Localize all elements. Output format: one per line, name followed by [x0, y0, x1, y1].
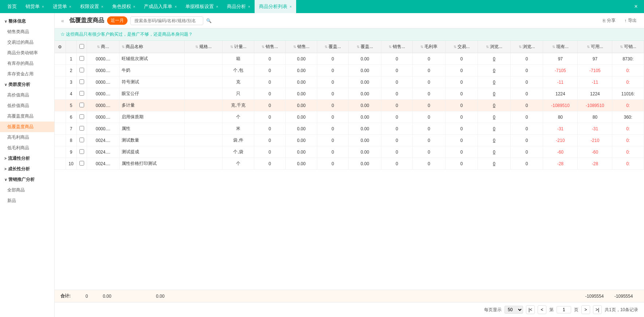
per-page-select[interactable]: 50 100 200: [504, 306, 523, 314]
row-browse1-5[interactable]: 0: [478, 111, 510, 123]
col-stock1-header[interactable]: 现有...: [543, 41, 578, 53]
col-cov-cust-header[interactable]: 覆盖...: [317, 41, 349, 53]
row-check-3[interactable]: [76, 88, 87, 100]
row-browse1-2[interactable]: 0: [478, 76, 510, 88]
row-browse1-3[interactable]: 0: [478, 88, 510, 100]
sidebar-item-high-coverage[interactable]: 高覆盖度商品: [0, 111, 54, 122]
row-name-1: 牛奶: [119, 65, 184, 76]
totals-sales-qty: 0: [76, 294, 97, 299]
share-button[interactable]: ⎘ 分享: [600, 16, 619, 25]
row-check-7[interactable]: [76, 135, 87, 146]
row-sales-amt-9: 0.00: [286, 158, 317, 170]
sidebar-item-sales-goods[interactable]: 销售类商品: [0, 27, 54, 37]
search-icon[interactable]: 🔍: [206, 18, 212, 23]
col-sales-x-header[interactable]: 销售...: [381, 41, 413, 53]
row-browse1-1[interactable]: 0: [478, 65, 510, 76]
nav-roles[interactable]: 角色授权 ×: [108, 0, 140, 13]
col-sku-header[interactable]: 商...: [87, 41, 119, 53]
sidebar-section-overall[interactable]: ∨ 整体信息: [0, 16, 54, 27]
table-row: 6 0000.... 启用保质期 个 0 0.00 0 0.00 0 0 0 0…: [55, 111, 644, 123]
sidebar-section-marketing[interactable]: ∨ 营销推广分析: [0, 174, 54, 185]
row-check-8[interactable]: [76, 146, 87, 158]
sidebar-section-growth[interactable]: > 成长性分析: [0, 164, 54, 174]
col-sales-qty-header[interactable]: 销售...: [254, 41, 286, 53]
sidebar-item-low-value[interactable]: 低价值商品: [0, 100, 54, 111]
row-check-0[interactable]: [76, 53, 87, 65]
col-unit-header[interactable]: 计量...: [223, 41, 254, 53]
row-check-5[interactable]: [76, 111, 87, 123]
sidebar-item-low-profit[interactable]: 低毛利商品: [0, 143, 54, 153]
row-browse1-9[interactable]: 0: [478, 158, 510, 170]
row-name-2: 符号测试: [119, 76, 184, 88]
col-name-header[interactable]: 商品名称: [119, 41, 184, 53]
nav-purchase-order-close[interactable]: ×: [69, 5, 71, 9]
row-cov-cust-9: 0: [317, 158, 349, 170]
sidebar-section-cluster[interactable]: ∨ 类群度分析: [0, 79, 54, 90]
nav-product-analysis-list[interactable]: 商品分析列表 ×: [255, 0, 296, 13]
row-browse1-8[interactable]: 0: [478, 146, 510, 158]
col-avail-header[interactable]: 可销...: [612, 41, 644, 53]
page-input[interactable]: [557, 306, 571, 313]
sidebar-item-high-profit[interactable]: 高毛利商品: [0, 132, 54, 143]
nav-product-analysis[interactable]: 商品分析 ×: [223, 0, 255, 13]
nav-inventory-close[interactable]: ×: [174, 5, 177, 9]
row-sellable-8: 0:: [612, 146, 644, 158]
sidebar-item-traded-goods[interactable]: 交易过的商品: [0, 37, 54, 48]
last-page-button[interactable]: >|: [593, 305, 602, 314]
nav-purchase-order[interactable]: 进货单 ×: [48, 0, 76, 13]
col-stock2-header[interactable]: 可用...: [578, 41, 612, 53]
row-gross-1: 0: [413, 65, 445, 76]
next-page-button[interactable]: >: [581, 305, 590, 314]
row-check-4[interactable]: [76, 100, 87, 111]
col-check-header[interactable]: [76, 41, 87, 53]
nav-template[interactable]: 单据模板设置 ×: [181, 0, 223, 13]
col-browse1-header[interactable]: 浏览...: [478, 41, 510, 53]
col-spec-header[interactable]: 规格...: [184, 41, 222, 53]
col-browse2-header[interactable]: 浏览...: [510, 41, 543, 53]
row-browse1-0[interactable]: 0: [478, 53, 510, 65]
sidebar-item-low-coverage[interactable]: 低覆盖度商品: [0, 122, 54, 132]
sidebar-item-high-value[interactable]: 高价值商品: [0, 90, 54, 100]
row-check-6[interactable]: [76, 123, 87, 135]
col-gross-header[interactable]: 毛利率: [413, 41, 445, 53]
sidebar-item-all-goods[interactable]: 全部商品: [0, 185, 54, 195]
nav-sales-order-close[interactable]: ×: [42, 5, 44, 9]
row-trade-2: 0: [445, 76, 478, 88]
nav-permissions-close[interactable]: ×: [101, 5, 103, 9]
row-browse1-7[interactable]: 0: [478, 135, 510, 146]
nav-product-analysis-list-close[interactable]: ×: [290, 5, 292, 9]
sidebar-item-category-rate[interactable]: 商品分类动销率: [0, 48, 54, 58]
close-all-button[interactable]: ×: [631, 1, 641, 12]
row-browse1-4[interactable]: 0: [478, 100, 510, 111]
col-sales-amt-header[interactable]: 销售...: [286, 41, 317, 53]
nav-home[interactable]: 首页: [3, 0, 21, 13]
row-sku-6: 0000....: [87, 123, 119, 135]
row-check-2[interactable]: [76, 76, 87, 88]
nav-template-close[interactable]: ×: [216, 5, 218, 9]
row-sales-amt-6: 0.00: [286, 123, 317, 135]
sidebar-collapse-button[interactable]: «: [59, 17, 66, 24]
period-button[interactable]: 近一月: [107, 16, 127, 25]
first-page-button[interactable]: |<: [526, 305, 535, 314]
sidebar-item-new-goods[interactable]: 新品: [0, 195, 54, 206]
col-cov-rate-header[interactable]: 覆盖...: [349, 41, 381, 53]
col-trade-header[interactable]: 交易...: [445, 41, 478, 53]
nav-inventory[interactable]: 产成品入库单 ×: [140, 0, 181, 13]
sidebar-item-stocked-goods[interactable]: 有库存的商品: [0, 58, 54, 69]
row-sales-qty-3: 0: [254, 88, 286, 100]
row-unit-0: 箱: [223, 53, 254, 65]
row-check-1[interactable]: [76, 65, 87, 76]
search-input[interactable]: [130, 16, 203, 25]
sidebar-item-stock-fund[interactable]: 库存资金占用: [0, 69, 54, 79]
sidebar-section-circulation[interactable]: > 流通性分析: [0, 153, 54, 164]
col-settings-header[interactable]: ⚙: [55, 41, 66, 53]
select-all-checkbox[interactable]: [79, 44, 84, 49]
nav-sales-order[interactable]: 销货单 ×: [21, 0, 48, 13]
nav-roles-close[interactable]: ×: [133, 5, 136, 9]
nav-product-analysis-close[interactable]: ×: [248, 5, 250, 9]
row-browse1-6[interactable]: 0: [478, 123, 510, 135]
nav-permissions[interactable]: 权限设置 ×: [76, 0, 108, 13]
row-check-9[interactable]: [76, 158, 87, 170]
prev-page-button[interactable]: <: [538, 305, 546, 314]
export-button[interactable]: ↑ 导出: [621, 16, 640, 25]
